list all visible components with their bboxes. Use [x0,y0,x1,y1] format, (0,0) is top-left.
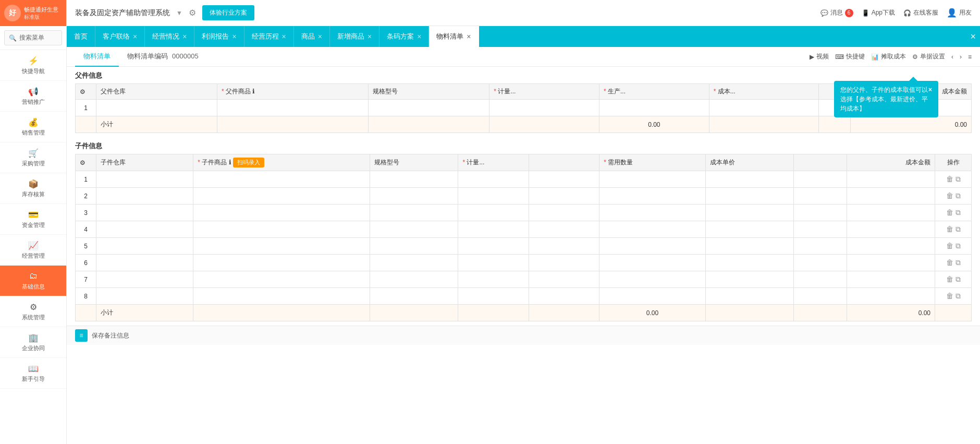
child-row-8-extra[interactable] [529,288,599,305]
child-row-4-extra[interactable] [529,221,599,238]
sidebar-item-sales[interactable]: 💰 销售管理 [0,112,66,142]
child-row-5-unit[interactable] [458,238,529,255]
child-row-4-qty[interactable] [599,221,705,238]
copy-icon[interactable]: ⧉ [956,191,961,200]
child-row-2-extra2[interactable] [793,188,847,205]
tab-barcode[interactable]: 条码方案 × [379,26,429,47]
child-row-1-extra[interactable] [529,171,599,188]
child-row-2-unit[interactable] [458,188,529,205]
child-row-4-warehouse[interactable] [96,221,193,238]
parent-row-1-cost[interactable] [709,100,819,116]
settings-icon[interactable]: ⚙ [189,8,196,18]
child-row-3-unit[interactable] [458,205,529,221]
sub-tab-bom-code[interactable]: 物料清单编码 0000005 [119,47,207,67]
child-row-8-unit[interactable] [458,288,529,305]
child-row-5-spec[interactable] [370,238,458,255]
video-btn[interactable]: ▶ 视频 [810,52,829,61]
child-row-5-qty[interactable] [599,238,705,255]
delete-icon[interactable]: 🗑 [946,225,953,234]
child-row-6-product[interactable] [193,255,370,271]
copy-icon[interactable]: ⧉ [956,258,961,267]
sidebar-item-finance[interactable]: 💳 资金管理 [0,204,66,235]
online-service-btn[interactable]: 🎧 在线客服 [903,8,938,17]
tab-close-history[interactable]: × [282,33,286,40]
list-view-btn[interactable]: ≡ [968,53,972,61]
child-row-2-qty[interactable] [599,188,705,205]
tab-new-product[interactable]: 新增商品 × [330,26,379,47]
child-row-6-spec[interactable] [370,255,458,271]
sidebar-item-system[interactable]: ⚙ 系统管理 [0,296,66,327]
child-row-2-extra[interactable] [529,188,599,205]
tab-profit[interactable]: 利润报告 × [194,26,244,47]
delete-icon[interactable]: 🗑 [946,258,953,267]
child-row-4-unit-cost[interactable] [705,221,793,238]
child-row-8-warehouse[interactable] [96,288,193,305]
tab-history[interactable]: 经营历程 × [244,26,294,47]
child-row-3-product[interactable] [193,205,370,221]
nav-next-btn[interactable]: › [960,53,962,61]
child-row-4-extra2[interactable] [793,221,847,238]
parent-row-1-unit[interactable] [489,100,599,116]
sub-tab-bom-list[interactable]: 物料清单 [75,47,119,67]
parent-row-1-product[interactable] [217,100,369,116]
tab-close-customer[interactable]: × [133,33,137,40]
child-row-1-extra2[interactable] [793,171,847,188]
child-row-2-spec[interactable] [370,188,458,205]
child-row-3-extra[interactable] [529,205,599,221]
delete-icon[interactable]: 🗑 [946,208,953,217]
child-row-5-product[interactable] [193,238,370,255]
child-col-settings[interactable]: ⚙ [76,154,96,171]
child-row-4-unit[interactable] [458,221,529,238]
copy-icon[interactable]: ⧉ [956,175,961,184]
child-row-7-extra[interactable] [529,271,599,288]
copy-icon[interactable]: ⧉ [956,275,961,284]
child-row-6-unit[interactable] [458,255,529,271]
tab-customer[interactable]: 客户联络 × [95,26,145,47]
child-row-1-unit-cost[interactable] [705,171,793,188]
tab-close-barcode[interactable]: × [417,33,421,40]
child-row-7-product[interactable] [193,271,370,288]
child-row-5-unit-cost[interactable] [705,238,793,255]
tab-home[interactable]: 首页 [67,26,95,47]
child-row-4-product[interactable] [193,221,370,238]
shortcut-btn[interactable]: ⌨ 快捷键 [835,52,865,61]
sidebar-item-basic-info[interactable]: 🗂 基础信息 [0,266,66,296]
child-row-1-product[interactable] [193,171,370,188]
tooltip-close[interactable]: × [928,85,932,94]
delete-icon[interactable]: 🗑 [946,191,953,200]
child-row-8-unit-cost[interactable] [705,288,793,305]
child-row-2-warehouse[interactable] [96,188,193,205]
delete-icon[interactable]: 🗑 [946,242,953,250]
doc-settings-btn[interactable]: ⚙ 单据设置 [912,52,945,61]
tab-close-profit[interactable]: × [232,33,236,40]
user-btn[interactable]: 👤 用友 [947,8,972,18]
tab-close-bom[interactable]: × [467,33,471,40]
search-menu-button[interactable]: 🔍 搜索菜单 [4,30,62,45]
parent-row-1-warehouse[interactable] [96,100,217,116]
parent-row-1-spec[interactable] [369,100,489,116]
child-row-5-warehouse[interactable] [96,238,193,255]
app-download-btn[interactable]: 📱 App下载 [862,8,895,17]
child-row-6-unit-cost[interactable] [705,255,793,271]
child-row-6-extra[interactable] [529,255,599,271]
child-row-7-unit[interactable] [458,271,529,288]
sidebar-item-quick-nav[interactable]: ⚡ 快捷导航 [0,50,66,81]
child-row-1-unit[interactable] [458,171,529,188]
sidebar-item-guide[interactable]: 📖 新手引导 [0,358,66,389]
allocate-cost-btn[interactable]: 📊 摊取成本 [871,52,906,61]
child-row-8-spec[interactable] [370,288,458,305]
sidebar-item-inventory[interactable]: 📦 库存核算 [0,173,66,204]
tabs-end[interactable]: × [970,31,980,42]
child-row-5-extra2[interactable] [793,238,847,255]
child-row-6-warehouse[interactable] [96,255,193,271]
nav-prev-btn[interactable]: ‹ [951,53,953,61]
tab-operations[interactable]: 经营情况 × [145,26,194,47]
child-row-8-extra2[interactable] [793,288,847,305]
delete-icon[interactable]: 🗑 [946,175,953,184]
copy-icon[interactable]: ⧉ [956,242,961,250]
child-row-2-unit-cost[interactable] [705,188,793,205]
bottom-icon[interactable]: ≡ [75,329,88,342]
child-row-1-qty[interactable] [599,171,705,188]
child-row-3-warehouse[interactable] [96,205,193,221]
tab-close-products[interactable]: × [318,33,322,40]
